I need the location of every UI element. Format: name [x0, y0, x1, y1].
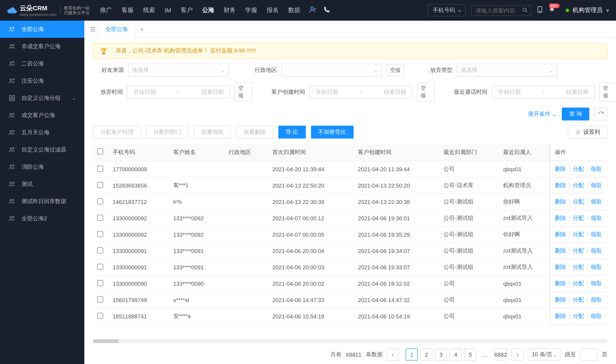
user-menu[interactable]: 机构管理员 ▾	[566, 6, 609, 14]
tab-collapse-icon[interactable]: ☰	[88, 26, 98, 32]
scrollbar-thumb[interactable]	[93, 339, 119, 343]
row-checkbox[interactable]	[97, 198, 103, 204]
row-delete-link[interactable]: 删除	[555, 280, 566, 286]
row-assign-link[interactable]: 分配	[573, 198, 584, 205]
filter-source-select[interactable]: 请选择	[128, 64, 229, 77]
row-claim-link[interactable]: 领取	[591, 166, 602, 172]
page-prev-button[interactable]: ‹	[387, 349, 399, 361]
filter-abandon-type-select[interactable]: 请选择	[457, 64, 557, 77]
filter-call-time-empty-chip[interactable]: 空值	[599, 83, 616, 102]
sidebar-item-9[interactable]: 测试	[0, 176, 84, 193]
row-delete-link[interactable]: 删除	[555, 215, 566, 221]
row-claim-link[interactable]: 领取	[591, 264, 602, 270]
row-assign-link[interactable]: 分配	[573, 166, 584, 172]
table-row[interactable]: 15263663656客***12021-04-13 22:50:202021-…	[93, 177, 607, 194]
filter-abandon-time-empty-chip[interactable]: 空值	[234, 83, 252, 102]
export-button[interactable]: 导 出	[278, 126, 306, 139]
select-all-checkbox[interactable]	[97, 149, 103, 155]
sidebar-item-3[interactable]: 注安公海	[0, 72, 84, 90]
sidebar-item-10[interactable]: 测试昨日回库数据	[0, 193, 84, 210]
row-assign-link[interactable]: 分配	[573, 182, 584, 188]
sidebar-item-6[interactable]: 五月天公海	[0, 124, 84, 141]
row-assign-link[interactable]: 分配	[573, 313, 584, 319]
query-button[interactable]: 查 询	[562, 108, 589, 120]
row-checkbox[interactable]	[97, 280, 103, 286]
row-claim-link[interactable]: 领取	[591, 313, 602, 319]
row-claim-link[interactable]: 领取	[591, 198, 602, 205]
row-delete-link[interactable]: 删除	[555, 198, 566, 205]
filter-create-time-range[interactable]: 开始日期~结束日期	[309, 86, 412, 99]
sidebar-item-4[interactable]: 自定义公海分组⌄	[0, 90, 84, 107]
row-assign-link[interactable]: 分配	[573, 280, 584, 286]
sidebar-item-5[interactable]: 成交客户公海	[0, 107, 84, 124]
row-claim-link[interactable]: 领取	[591, 297, 602, 303]
row-claim-link[interactable]: 领取	[591, 215, 602, 221]
table-row[interactable]: 13300000092133****00922021-04-07 00:00:0…	[93, 226, 607, 243]
sidebar-item-7[interactable]: 自定义公海过滤器	[0, 141, 84, 158]
sidebar-item-1[interactable]: 非成交客户公海	[0, 38, 84, 55]
nav-item-0[interactable]: 推广	[100, 0, 112, 20]
row-assign-link[interactable]: 分配	[573, 264, 584, 270]
row-checkbox[interactable]	[97, 296, 103, 302]
table-row[interactable]: 177000000092021-04-20 11:39:442021-04-20…	[93, 161, 607, 177]
tablet-icon[interactable]	[536, 6, 543, 15]
set-columns-button[interactable]: 设置列	[568, 126, 607, 139]
row-delete-link[interactable]: 删除	[555, 297, 566, 303]
page-button-5[interactable]: 5	[464, 349, 476, 361]
row-delete-link[interactable]: 删除	[555, 313, 566, 319]
row-claim-link[interactable]: 领取	[591, 280, 602, 286]
batch-delete-button[interactable]: 批量删除	[236, 126, 273, 139]
table-row[interactable]: 13300000092133****00922021-04-07 00:00:1…	[93, 210, 607, 226]
nav-item-3[interactable]: IM	[165, 1, 171, 20]
table-row[interactable]: 18511888741安****a2021-04-06 10:54:192021…	[93, 308, 607, 325]
row-delete-link[interactable]: 删除	[555, 247, 566, 254]
assign-manager-button[interactable]: 分配客户经理	[93, 126, 141, 139]
expand-filters-link[interactable]: 展开条件 ⌄	[528, 110, 557, 118]
row-checkbox[interactable]	[97, 263, 103, 270]
page-button-1[interactable]: 1	[406, 349, 418, 361]
nav-item-9[interactable]: 数据	[288, 0, 300, 20]
assign-dept-button[interactable]: 分配到部门	[146, 126, 189, 139]
row-assign-link[interactable]: 分配	[573, 231, 584, 237]
page-button-2[interactable]: 2	[421, 349, 433, 361]
row-delete-link[interactable]: 删除	[555, 166, 566, 172]
filter-abandon-time-range[interactable]: 开始日期~结束日期	[127, 86, 230, 99]
batch-claim-button[interactable]: 批量领取	[194, 126, 231, 139]
row-checkbox[interactable]	[97, 247, 103, 253]
nav-item-5[interactable]: 公海	[202, 0, 214, 20]
row-assign-link[interactable]: 分配	[573, 297, 584, 303]
sidebar-item-8[interactable]: 消防公海	[0, 158, 84, 176]
sidebar-item-0[interactable]: 全部公海	[0, 21, 84, 38]
page-button-3[interactable]: 3	[435, 349, 447, 361]
row-assign-link[interactable]: 分配	[573, 247, 584, 254]
table-row[interactable]: 13300000090133****00902021-04-06 20:00:0…	[93, 275, 607, 292]
table-row[interactable]: 13300000091133****00912021-04-06 20:00:0…	[93, 243, 607, 259]
page-size-select[interactable]: 10 条/页	[528, 349, 561, 361]
table-row[interactable]: 15601799749s****st2021-04-06 14:47:33202…	[93, 292, 607, 308]
nav-item-2[interactable]: 线索	[143, 0, 155, 20]
sidebar-item-11[interactable]: 全部公海2	[0, 210, 84, 227]
row-delete-link[interactable]: 删除	[555, 182, 566, 188]
search-icon[interactable]	[522, 7, 528, 14]
row-checkbox[interactable]	[97, 312, 103, 319]
phone-icon[interactable]	[323, 6, 330, 15]
refresh-button[interactable]	[594, 108, 607, 120]
search-type-select[interactable]: 手机号码	[428, 4, 466, 16]
row-delete-link[interactable]: 删除	[555, 231, 566, 237]
row-claim-link[interactable]: 领取	[591, 231, 602, 237]
tab-add-button[interactable]: ＋	[135, 25, 149, 33]
row-checkbox[interactable]	[97, 231, 103, 237]
row-checkbox[interactable]	[97, 165, 103, 171]
tab-all-sea[interactable]: 全部公海	[98, 21, 135, 38]
filter-create-time-empty-chip[interactable]: 空值	[417, 83, 435, 102]
logo[interactable]: 云朵CRM www.yunduocrm.com 教育机构一站式服务云平台	[7, 4, 90, 17]
horizontal-scrollbar[interactable]	[93, 339, 607, 343]
row-claim-link[interactable]: 领取	[591, 247, 602, 254]
nav-item-7[interactable]: 学服	[245, 0, 257, 20]
nav-item-8[interactable]: 报名	[267, 0, 279, 20]
filter-region-empty-chip[interactable]: 空值	[386, 64, 404, 76]
jump-page-input[interactable]	[580, 349, 598, 361]
table-row[interactable]: 14621837712h*h2021-04-13 22:30:392021-04…	[93, 194, 607, 210]
row-checkbox[interactable]	[97, 214, 103, 221]
page-last-button[interactable]: 6882	[494, 349, 507, 361]
